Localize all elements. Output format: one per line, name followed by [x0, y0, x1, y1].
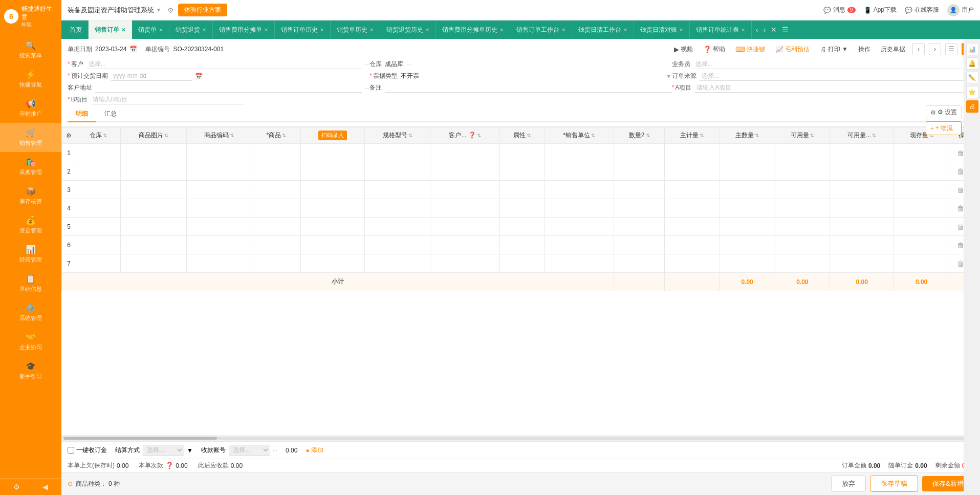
tab-sales-order-history[interactable]: 销售订单历史 ✕: [275, 20, 331, 39]
list-view-btn[interactable]: ☰: [945, 43, 957, 55]
row-avail-4[interactable]: [775, 199, 830, 218]
row-code-5[interactable]: [186, 218, 252, 236]
row-current-5[interactable]: [894, 218, 949, 236]
tab-sales-return[interactable]: 销货退货 ✕: [169, 20, 213, 39]
history-btn[interactable]: 历史单据: [878, 44, 908, 55]
row-image-4[interactable]: [121, 199, 186, 218]
row-scan-7[interactable]: [301, 254, 365, 273]
row-unit-5[interactable]: [545, 218, 614, 236]
row-attr-1[interactable]: [499, 144, 544, 162]
system-title-dropdown[interactable]: 装备及固定资产辅助管理系统 ▼: [68, 6, 161, 15]
tab-close-icon[interactable]: ✕: [264, 27, 268, 33]
tab-close-icon[interactable]: ✕: [741, 27, 745, 33]
message-btn[interactable]: 💬 消息 9: [823, 6, 856, 14]
right-panel-edit-btn[interactable]: ✏️: [966, 72, 978, 84]
th-settings[interactable]: ⚙: [62, 127, 76, 144]
save-draft-btn[interactable]: 保存草稿: [870, 476, 918, 492]
row-mainunit-4[interactable]: [665, 199, 720, 218]
sort-avail-icon[interactable]: ⇅: [810, 133, 814, 138]
row-delete-btn-7[interactable]: 🗑: [957, 260, 964, 268]
row-warehouse-5[interactable]: [76, 218, 121, 236]
sidebar-item-sales[interactable]: 🛒 销售管理: [0, 123, 61, 152]
row-avail2-5[interactable]: [830, 218, 894, 236]
row-scan-3[interactable]: [301, 181, 365, 199]
online-service-btn[interactable]: 💬 在线客服: [905, 6, 939, 14]
print-btn[interactable]: 🖨 打印 ▼: [817, 44, 851, 55]
date-value[interactable]: 2023-03-24: [95, 46, 126, 53]
row-image-5[interactable]: [121, 218, 186, 236]
tab-close-icon[interactable]: ✕: [320, 27, 324, 33]
row-unit-7[interactable]: [545, 254, 614, 273]
row-image-3[interactable]: [121, 181, 186, 199]
tab-close-icon[interactable]: ✕: [561, 27, 565, 33]
tab-close-all-btn[interactable]: ✕: [769, 25, 779, 35]
user-menu[interactable]: 👤 用户: [947, 4, 974, 16]
row-mainunit-5[interactable]: [665, 218, 720, 236]
row-mainqty-4[interactable]: [720, 199, 775, 218]
sort-unit-icon[interactable]: ⇅: [591, 133, 595, 138]
row-qty2-1[interactable]: [614, 144, 665, 162]
tab-next-btn[interactable]: ›: [761, 25, 768, 35]
tab-sales-fee[interactable]: 销售费用分摊单 ✕: [213, 20, 275, 39]
row-current-6[interactable]: [894, 236, 949, 254]
sort-custcode-icon[interactable]: ⇅: [477, 133, 481, 138]
row-avail2-6[interactable]: [830, 236, 894, 254]
order-source-input[interactable]: [700, 71, 965, 81]
row-current-3[interactable]: [894, 181, 949, 199]
customer-more-btn[interactable]: ···: [365, 61, 369, 68]
tab-prev-btn[interactable]: ‹: [754, 25, 760, 35]
row-unit-4[interactable]: [545, 199, 614, 218]
delivery-date-picker-icon[interactable]: 📅: [195, 73, 203, 80]
row-spec-1[interactable]: [364, 144, 430, 162]
row-mainunit-7[interactable]: [665, 254, 720, 273]
sort-warehouse-icon[interactable]: ⇅: [103, 133, 107, 138]
row-avail2-2[interactable]: [830, 162, 894, 181]
horizontal-scrollbar[interactable]: [61, 435, 980, 441]
row-avail-6[interactable]: [775, 236, 830, 254]
sidebar-item-inventory[interactable]: 📦 库存核算: [0, 181, 61, 210]
delivery-date-input[interactable]: [111, 71, 192, 81]
sort-goods-icon[interactable]: ⇅: [282, 133, 286, 138]
sidebar-item-search[interactable]: 🔍 搜索菜单: [0, 35, 61, 64]
row-goods-7[interactable]: [252, 254, 300, 273]
row-spec-7[interactable]: [364, 254, 430, 273]
row-avail2-7[interactable]: [830, 254, 894, 273]
sidebar-item-tutorial[interactable]: 🎓 新手引导: [0, 356, 61, 385]
row-spec-6[interactable]: [364, 236, 430, 254]
scan-input-btn[interactable]: 扫码录入: [318, 131, 347, 140]
view-btn[interactable]: ▶ 视频: [671, 44, 696, 55]
row-custcode-1[interactable]: [430, 144, 500, 162]
warehouse-more-btn[interactable]: ···: [406, 61, 411, 68]
add-goods-float-btn[interactable]: + + 物流: [926, 121, 962, 135]
address-input[interactable]: [95, 83, 362, 93]
row-mainqty-2[interactable]: [720, 162, 775, 181]
quick-settle-check[interactable]: [68, 447, 74, 454]
tab-menu-btn[interactable]: ☰: [780, 25, 791, 35]
sort-mainunit-icon[interactable]: ⇅: [700, 133, 704, 138]
sidebar-collapse-btn[interactable]: ◀: [42, 483, 48, 491]
row-mainunit-1[interactable]: [665, 144, 720, 162]
row-attr-7[interactable]: [499, 254, 544, 273]
shortcut-btn[interactable]: ⌨ 快捷键: [732, 44, 768, 55]
sort-avail2-icon[interactable]: ⇅: [872, 133, 876, 138]
settings-gear-icon[interactable]: ⚙: [167, 6, 174, 14]
row-scan-4[interactable]: [301, 199, 365, 218]
row-delete-btn-4[interactable]: 🗑: [957, 204, 964, 212]
add-item-btn[interactable]: ● 添加: [306, 446, 323, 455]
row-attr-5[interactable]: [499, 218, 544, 236]
right-panel-bell-btn[interactable]: 🔔: [966, 57, 978, 70]
row-avail-7[interactable]: [775, 254, 830, 273]
row-current-4[interactable]: [894, 199, 949, 218]
th-scan[interactable]: 扫码录入: [301, 127, 365, 144]
row-warehouse-1[interactable]: [76, 144, 121, 162]
row-mainunit-2[interactable]: [665, 162, 720, 181]
sort-attr-icon[interactable]: ⇅: [527, 133, 531, 138]
row-goods-1[interactable]: [252, 144, 300, 162]
tab-close-icon[interactable]: ✕: [679, 27, 683, 33]
sort-code-icon[interactable]: ⇅: [230, 133, 234, 138]
row-image-1[interactable]: [121, 144, 186, 162]
row-warehouse-7[interactable]: [76, 254, 121, 273]
tab-fee-history[interactable]: 销售费用分摊单历史 ✕: [436, 20, 510, 39]
receipt-account-more-btn[interactable]: ···: [273, 447, 277, 454]
row-unit-2[interactable]: [545, 162, 614, 181]
